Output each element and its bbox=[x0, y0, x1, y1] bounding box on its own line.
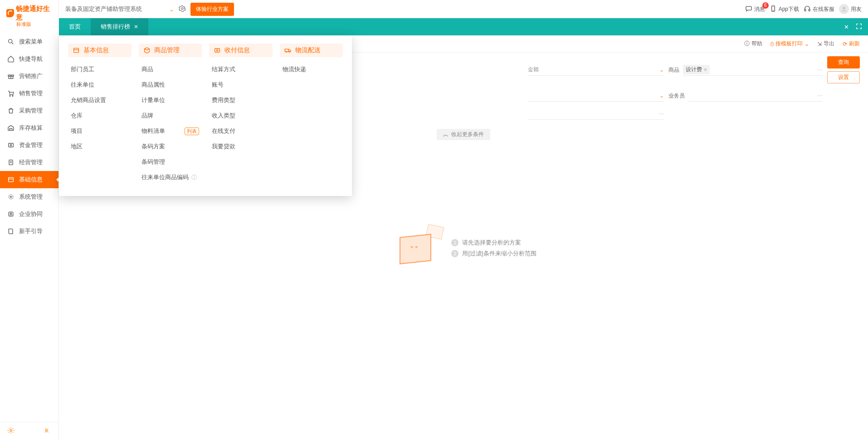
fullscreen-icon[interactable] bbox=[855, 23, 863, 31]
mega-item[interactable]: 费用类型 bbox=[209, 93, 273, 108]
export-button[interactable]: ⇲导出 bbox=[817, 40, 834, 48]
tab-home[interactable]: 首页 bbox=[59, 18, 91, 35]
sidebar-item-business[interactable]: 经营管理 bbox=[0, 154, 59, 171]
empty-step-1: 1请先选择要分析的方案 bbox=[451, 239, 536, 247]
filter-select-2[interactable]: ⌄ bbox=[528, 90, 664, 102]
sidebar-item-funds[interactable]: 资金管理 bbox=[0, 137, 59, 154]
help-button[interactable]: ⓘ帮助 bbox=[744, 40, 762, 48]
system-select[interactable]: 装备及固定资产辅助管理系统 ⌄ bbox=[65, 5, 174, 13]
step-number: 2 bbox=[451, 250, 458, 257]
service-link[interactable]: 在线客服 bbox=[804, 5, 834, 14]
query-button[interactable]: 查询 bbox=[827, 56, 860, 68]
sidebar-item-inventory[interactable]: 库存核算 bbox=[0, 119, 59, 137]
mega-item[interactable]: 我要贷款 bbox=[209, 139, 273, 154]
svg-rect-8 bbox=[9, 143, 14, 147]
step-text: 请先选择要分析的方案 bbox=[462, 239, 521, 247]
tag-remove-icon[interactable]: × bbox=[704, 67, 707, 73]
avatar-icon bbox=[839, 4, 849, 14]
export-icon: ⇲ bbox=[817, 41, 822, 47]
user-label: 用友 bbox=[851, 5, 862, 13]
mega-item-badge: 列表 bbox=[185, 127, 199, 135]
more-icon[interactable]: ⋯ bbox=[817, 67, 823, 73]
svg-rect-25 bbox=[805, 9, 806, 11]
setting-button[interactable]: 设置 bbox=[827, 71, 860, 83]
product-input[interactable]: 设计费× ⋯ bbox=[683, 64, 823, 76]
mega-menu: 基本信息部门员工往来单位允销商品设置仓库项目地区商品管理商品商品属性计量单位品牌… bbox=[59, 35, 352, 196]
sidebar-item-coop[interactable]: 企业协同 bbox=[0, 205, 59, 223]
chevron-down-icon: ⌄ bbox=[805, 41, 809, 47]
sidebar-item-marketing[interactable]: 营销推广 bbox=[0, 68, 59, 85]
collapse-icon[interactable] bbox=[44, 427, 51, 435]
mega-item[interactable]: 商品 bbox=[139, 62, 202, 77]
tab-sales-ranking[interactable]: 销售排行榜 ✕ bbox=[91, 18, 148, 35]
mega-item[interactable]: 项目 bbox=[68, 123, 132, 139]
svg-point-27 bbox=[843, 7, 845, 9]
mega-column-header: 物流配送 bbox=[280, 44, 343, 57]
gear-icon[interactable] bbox=[7, 427, 15, 435]
mega-column: 收付信息结算方式账号费用类型收入类型在线支付我要贷款 bbox=[205, 44, 276, 185]
svg-point-19 bbox=[10, 430, 12, 431]
mega-item-label: 商品属性 bbox=[141, 81, 165, 89]
step-number: 1 bbox=[451, 239, 458, 246]
mega-column-header: 商品管理 bbox=[139, 44, 202, 57]
mega-item[interactable]: 物流快递 bbox=[280, 62, 343, 77]
mega-item-label: 商品 bbox=[141, 65, 153, 73]
sidebar-item-system[interactable]: 系统管理 bbox=[0, 188, 59, 205]
more-icon[interactable]: ⋯ bbox=[658, 111, 664, 117]
mega-head-icon bbox=[73, 47, 80, 54]
mega-item[interactable]: 结算方式 bbox=[209, 62, 273, 77]
mega-item[interactable]: 仓库 bbox=[68, 108, 132, 123]
mega-item[interactable]: 物料清单列表 bbox=[139, 123, 202, 139]
amount-select[interactable]: 金额⌄ bbox=[528, 64, 664, 76]
more-icon[interactable]: ⋯ bbox=[817, 93, 823, 99]
agent-label: 业务员 bbox=[668, 92, 685, 100]
collapse-button[interactable]: ︽ 收起更多条件 bbox=[437, 129, 490, 140]
mega-item[interactable]: 账号 bbox=[209, 77, 273, 93]
home-icon bbox=[7, 55, 15, 63]
mega-column: 商品管理商品商品属性计量单位品牌物料清单列表条码方案条码管理往来单位商品编码ⓘ bbox=[135, 44, 206, 185]
close-icon[interactable]: ✕ bbox=[134, 24, 138, 30]
message-link[interactable]: 消息 6 bbox=[745, 5, 765, 14]
download-label: App下载 bbox=[779, 5, 799, 13]
sidebar-item-search[interactable]: 搜索菜单 bbox=[0, 33, 59, 50]
sidebar-item-quicknav[interactable]: 快捷导航 bbox=[0, 50, 59, 68]
sidebar-item-guide[interactable]: 新手引导 bbox=[0, 223, 59, 240]
mega-item[interactable]: 部门员工 bbox=[68, 62, 132, 77]
help-icon: ⓘ bbox=[744, 40, 750, 48]
refresh-button[interactable]: ⟳刷新 bbox=[843, 40, 860, 48]
mega-item[interactable]: 往来单位 bbox=[68, 77, 132, 93]
mega-item[interactable]: 在线支付 bbox=[209, 123, 273, 139]
print-button[interactable]: ⎙按模板打印⌄ bbox=[770, 40, 809, 48]
svg-point-34 bbox=[289, 51, 290, 52]
sidebar-item-label: 搜索菜单 bbox=[19, 38, 43, 46]
mega-item[interactable]: 条码管理 bbox=[139, 154, 202, 170]
sidebar-item-basicinfo[interactable]: 基础信息 bbox=[0, 171, 59, 188]
svg-point-21 bbox=[181, 8, 183, 10]
cart-icon bbox=[7, 90, 15, 97]
service-label: 在线客服 bbox=[813, 5, 834, 13]
mega-item[interactable]: 往来单位商品编码ⓘ bbox=[139, 170, 202, 185]
mega-item[interactable]: 品牌 bbox=[139, 108, 202, 123]
bag-icon bbox=[7, 107, 15, 114]
card-icon bbox=[7, 176, 15, 183]
mega-head-title: 收付信息 bbox=[224, 46, 250, 54]
message-icon bbox=[745, 5, 752, 14]
tab-close-all-icon[interactable]: ✕ bbox=[844, 24, 849, 30]
mega-item[interactable]: 计量单位 bbox=[139, 93, 202, 108]
agent-input[interactable]: ⋯ bbox=[688, 90, 823, 102]
tab-label: 首页 bbox=[69, 23, 81, 31]
mega-item[interactable]: 允销商品设置 bbox=[68, 93, 132, 108]
mega-item[interactable]: 条码方案 bbox=[139, 139, 202, 154]
mega-item[interactable]: 收入类型 bbox=[209, 108, 273, 123]
sidebar-item-sales[interactable]: 销售管理 bbox=[0, 85, 59, 102]
gear-icon[interactable] bbox=[179, 5, 186, 14]
mega-column: 物流配送物流快递 bbox=[276, 44, 347, 185]
mega-item[interactable]: 商品属性 bbox=[139, 77, 202, 93]
filter-select-3[interactable]: ⋯ bbox=[528, 108, 664, 120]
sidebar-item-purchase[interactable]: 采购管理 bbox=[0, 102, 59, 119]
mega-item-label: 条码管理 bbox=[141, 158, 165, 166]
user-menu[interactable]: 用友 bbox=[839, 4, 862, 14]
mega-item[interactable]: 地区 bbox=[68, 139, 132, 154]
industry-button[interactable]: 体验行业方案 bbox=[190, 3, 234, 16]
download-link[interactable]: App下载 bbox=[770, 5, 799, 14]
